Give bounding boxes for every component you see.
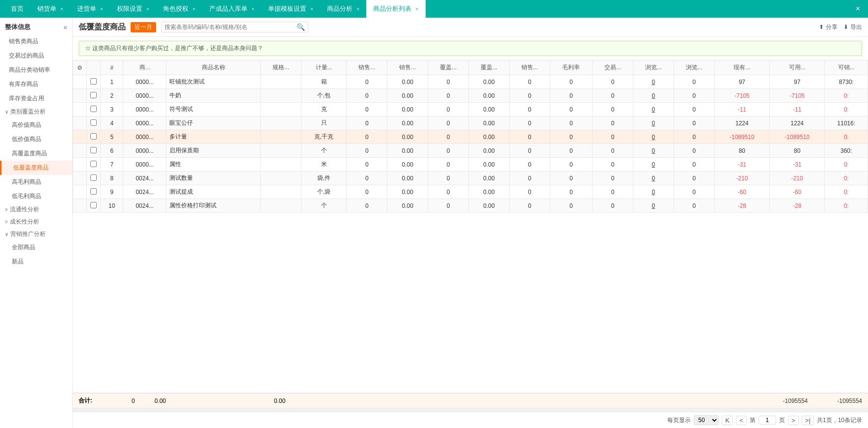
sidebar-item-high-profit[interactable]: 高毛利商品 bbox=[0, 175, 72, 189]
nav-tab-analysis[interactable]: 商品分析 × bbox=[320, 0, 366, 18]
row-browse-a[interactable]: 0 bbox=[633, 89, 674, 103]
sidebar-item-in-stock[interactable]: 有库存商品 bbox=[0, 77, 72, 91]
row-browse-a[interactable]: 0 bbox=[633, 116, 674, 130]
col-saleable[interactable]: 可销... bbox=[825, 60, 868, 75]
sidebar-item-traded[interactable]: 交易过的商品 bbox=[0, 49, 72, 63]
row-browse-a[interactable]: 0 bbox=[633, 130, 674, 144]
col-code[interactable]: 商... bbox=[123, 60, 166, 75]
row-browse-a[interactable]: 0 bbox=[633, 144, 674, 158]
sidebar-collapse-button[interactable]: « bbox=[63, 23, 67, 31]
col-name[interactable]: 商品名称 bbox=[166, 60, 261, 75]
col-settings[interactable]: ⚙ bbox=[73, 60, 87, 75]
col-current[interactable]: 现有... bbox=[714, 60, 769, 75]
sidebar-item-all-products[interactable]: 全部商品 bbox=[0, 240, 72, 255]
export-button[interactable]: ⬇ 导出 bbox=[843, 23, 862, 31]
close-icon[interactable]: × bbox=[60, 6, 63, 12]
period-button[interactable]: 近一月 bbox=[131, 22, 156, 32]
close-icon[interactable]: × bbox=[251, 6, 254, 12]
nav-tab-sales[interactable]: 销货单 × bbox=[30, 0, 70, 18]
close-icon[interactable]: × bbox=[310, 6, 313, 12]
close-icon[interactable]: × bbox=[415, 6, 418, 12]
col-coverage-b[interactable]: 覆盖... bbox=[468, 60, 509, 75]
row-checkbox[interactable] bbox=[87, 171, 101, 185]
horizontal-scrollbar[interactable] bbox=[73, 408, 868, 412]
col-sales-amt[interactable]: 销售... bbox=[387, 60, 428, 75]
row-checkbox[interactable] bbox=[87, 199, 101, 213]
browse-link[interactable]: 0 bbox=[652, 134, 655, 141]
row-checkbox[interactable] bbox=[87, 130, 101, 144]
nav-tab-template[interactable]: 单据模板设置 × bbox=[261, 0, 320, 18]
row-checkbox-input[interactable] bbox=[90, 202, 97, 208]
page-input[interactable] bbox=[759, 416, 776, 425]
sidebar-group-category-coverage[interactable]: ∨ 类别覆盖分析 bbox=[0, 106, 72, 118]
sidebar-item-low-coverage[interactable]: 低覆盖度商品 bbox=[0, 161, 72, 175]
browse-link[interactable]: 0 bbox=[652, 147, 655, 154]
sidebar-item-category-rate[interactable]: 商品分类动销率 bbox=[0, 63, 72, 77]
sidebar-item-low-profit[interactable]: 低毛利商品 bbox=[0, 189, 72, 203]
first-page-button[interactable]: K bbox=[722, 416, 733, 425]
row-checkbox-input[interactable] bbox=[90, 188, 97, 195]
row-checkbox[interactable] bbox=[87, 116, 101, 130]
sidebar-group-marketing[interactable]: ∨ 营销推广分析 bbox=[0, 228, 72, 240]
last-page-button[interactable]: >| bbox=[802, 416, 814, 425]
nav-tab-purchase[interactable]: 进货单 × bbox=[70, 0, 110, 18]
browse-link[interactable]: 0 bbox=[652, 79, 655, 86]
nav-tab-permission[interactable]: 权限设置 × bbox=[110, 0, 156, 18]
row-browse-a[interactable]: 0 bbox=[633, 158, 674, 171]
browse-link[interactable]: 0 bbox=[652, 120, 655, 127]
per-page-select[interactable]: 50 20 100 bbox=[694, 415, 719, 425]
sidebar-group-growth[interactable]: > 成长性分析 bbox=[0, 216, 72, 228]
row-checkbox-input[interactable] bbox=[90, 133, 97, 140]
row-checkbox[interactable] bbox=[87, 89, 101, 103]
row-checkbox-input[interactable] bbox=[90, 174, 97, 181]
col-unit[interactable]: 计量... bbox=[301, 60, 347, 75]
search-input[interactable] bbox=[164, 24, 297, 30]
close-icon[interactable]: × bbox=[192, 6, 195, 12]
col-spec[interactable]: 规格... bbox=[261, 60, 301, 75]
row-checkbox[interactable] bbox=[87, 185, 101, 199]
col-available[interactable]: 可用... bbox=[770, 60, 825, 75]
browse-link[interactable]: 0 bbox=[652, 92, 655, 99]
nav-tab-analysis-list[interactable]: 商品分析列表 × bbox=[366, 0, 425, 18]
close-icon[interactable]: × bbox=[146, 6, 149, 12]
row-checkbox-input[interactable] bbox=[90, 119, 97, 126]
row-browse-a[interactable]: 0 bbox=[633, 75, 674, 89]
row-browse-a[interactable]: 0 bbox=[633, 171, 674, 185]
row-checkbox-input[interactable] bbox=[90, 106, 97, 112]
nav-tab-role[interactable]: 角色授权 × bbox=[156, 0, 202, 18]
sidebar-item-low-value[interactable]: 低价值商品 bbox=[0, 132, 72, 146]
browse-link[interactable]: 0 bbox=[652, 202, 655, 209]
col-transaction[interactable]: 交易... bbox=[593, 60, 633, 75]
close-icon[interactable]: × bbox=[356, 6, 359, 12]
next-page-button[interactable]: > bbox=[788, 416, 799, 425]
row-checkbox[interactable] bbox=[87, 75, 101, 89]
row-browse-a[interactable]: 0 bbox=[633, 103, 674, 116]
row-checkbox[interactable] bbox=[87, 144, 101, 158]
col-browse-a[interactable]: 浏览... bbox=[633, 60, 674, 75]
col-sales-c[interactable]: 销售... bbox=[509, 60, 550, 75]
browse-link[interactable]: 0 bbox=[652, 175, 655, 182]
row-checkbox-input[interactable] bbox=[90, 147, 97, 153]
row-checkbox-input[interactable] bbox=[90, 78, 97, 85]
col-browse-b[interactable]: 浏览... bbox=[674, 60, 714, 75]
browse-link[interactable]: 0 bbox=[652, 106, 655, 113]
sidebar-item-sales-products[interactable]: 销售类商品 bbox=[0, 34, 72, 49]
col-sales-qty[interactable]: 销售... bbox=[347, 60, 387, 75]
sidebar-item-high-value[interactable]: 高价值商品 bbox=[0, 118, 72, 132]
row-checkbox-input[interactable] bbox=[90, 92, 97, 98]
nav-tab-home[interactable]: 首页 bbox=[4, 0, 30, 18]
col-coverage-a[interactable]: 覆盖... bbox=[428, 60, 469, 75]
row-checkbox-input[interactable] bbox=[90, 161, 97, 167]
row-browse-a[interactable]: 0 bbox=[633, 199, 674, 213]
row-browse-a[interactable]: 0 bbox=[633, 185, 674, 199]
sidebar-item-high-coverage[interactable]: 高覆盖度商品 bbox=[0, 146, 72, 161]
browse-link[interactable]: 0 bbox=[652, 189, 655, 196]
row-checkbox[interactable] bbox=[87, 103, 101, 116]
prev-page-button[interactable]: < bbox=[736, 416, 747, 425]
nav-tab-production[interactable]: 产成品入库单 × bbox=[202, 0, 261, 18]
close-icon[interactable]: × bbox=[100, 6, 103, 12]
sidebar-group-liquidity[interactable]: > 流通性分析 bbox=[0, 203, 72, 216]
sidebar-item-capital[interactable]: 库存资金占用 bbox=[0, 91, 72, 106]
share-button[interactable]: ⬆ 分享 bbox=[819, 23, 838, 31]
window-close-button[interactable]: × bbox=[852, 4, 864, 13]
